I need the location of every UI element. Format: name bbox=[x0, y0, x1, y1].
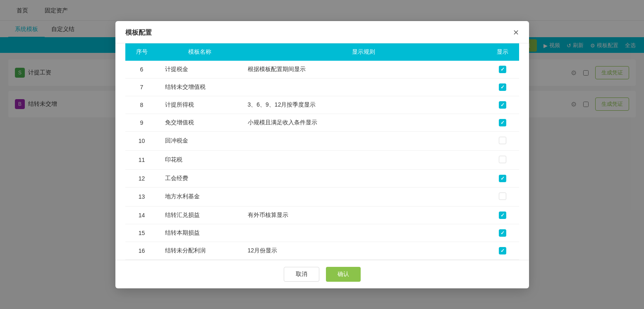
cell-name: 地方水利基金 bbox=[158, 187, 241, 206]
display-checkbox[interactable] bbox=[499, 175, 506, 182]
cell-id: 13 bbox=[125, 187, 158, 206]
cell-name: 结转未交增值税 bbox=[158, 78, 241, 96]
display-checkbox[interactable] bbox=[499, 83, 506, 91]
cell-display bbox=[486, 78, 519, 96]
cell-rule bbox=[241, 224, 486, 242]
cell-rule: 根据模板配置期间显示 bbox=[241, 61, 486, 78]
cancel-button[interactable]: 取消 bbox=[284, 267, 319, 282]
template-config-modal: 模板配置 ✕ 序号 模板名称 显示规则 显示 6计提税金根据模板配置期间显示7结… bbox=[115, 21, 529, 288]
table-row: 6计提税金根据模板配置期间显示 bbox=[125, 61, 519, 78]
cell-name: 工会经费 bbox=[158, 169, 241, 187]
cell-name: 结转未分配利润 bbox=[158, 242, 241, 259]
cell-display bbox=[486, 169, 519, 187]
table-row: 15结转本期损益 bbox=[125, 224, 519, 242]
cell-rule: 12月份显示 bbox=[241, 242, 486, 259]
cell-id: 8 bbox=[125, 96, 158, 114]
cell-id: 15 bbox=[125, 224, 158, 242]
display-checkbox[interactable] bbox=[499, 156, 506, 163]
close-icon[interactable]: ✕ bbox=[513, 29, 519, 36]
cell-rule bbox=[241, 150, 486, 169]
table-header-row: 序号 模板名称 显示规则 显示 bbox=[125, 43, 519, 61]
cell-rule: 小规模且满足收入条件显示 bbox=[241, 114, 486, 131]
display-checkbox[interactable] bbox=[499, 229, 506, 237]
display-checkbox[interactable] bbox=[499, 212, 506, 219]
cell-name: 计提税金 bbox=[158, 61, 241, 78]
modal-title: 模板配置 bbox=[125, 29, 152, 37]
cell-id: 12 bbox=[125, 169, 158, 187]
cell-name: 结转汇兑损益 bbox=[158, 206, 241, 224]
table-row: 11印花税 bbox=[125, 150, 519, 169]
cell-display bbox=[486, 131, 519, 150]
cell-rule bbox=[241, 78, 486, 96]
modal-body: 序号 模板名称 显示规则 显示 6计提税金根据模板配置期间显示7结转未交增值税8… bbox=[115, 43, 529, 260]
table-row: 7结转未交增值税 bbox=[125, 78, 519, 96]
cell-id: 16 bbox=[125, 242, 158, 259]
cell-display bbox=[486, 242, 519, 259]
col-header-rule: 显示规则 bbox=[241, 43, 486, 61]
cell-name: 免交增值税 bbox=[158, 114, 241, 131]
display-checkbox[interactable] bbox=[499, 137, 506, 144]
cell-display bbox=[486, 114, 519, 131]
cell-display bbox=[486, 206, 519, 224]
config-table: 序号 模板名称 显示规则 显示 6计提税金根据模板配置期间显示7结转未交增值税8… bbox=[125, 43, 519, 260]
table-row: 10回冲税金 bbox=[125, 131, 519, 150]
cell-display bbox=[486, 96, 519, 114]
cell-name: 回冲税金 bbox=[158, 131, 241, 150]
display-checkbox[interactable] bbox=[499, 66, 506, 73]
confirm-button[interactable]: 确认 bbox=[326, 267, 361, 282]
modal-header: 模板配置 ✕ bbox=[115, 21, 529, 43]
table-row: 13地方水利基金 bbox=[125, 187, 519, 206]
modal-overlay: 模板配置 ✕ 序号 模板名称 显示规则 显示 6计提税金根据模板配置期间显示7结… bbox=[0, 0, 644, 309]
cell-id: 6 bbox=[125, 61, 158, 78]
col-header-display: 显示 bbox=[486, 43, 519, 61]
cell-id: 9 bbox=[125, 114, 158, 131]
display-checkbox[interactable] bbox=[499, 193, 506, 200]
cell-rule: 有外币核算显示 bbox=[241, 206, 486, 224]
display-checkbox[interactable] bbox=[499, 101, 506, 109]
col-header-id: 序号 bbox=[125, 43, 158, 61]
cell-rule bbox=[241, 187, 486, 206]
cell-id: 10 bbox=[125, 131, 158, 150]
cell-id: 11 bbox=[125, 150, 158, 169]
table-row: 9免交增值税小规模且满足收入条件显示 bbox=[125, 114, 519, 131]
table-row: 14结转汇兑损益有外币核算显示 bbox=[125, 206, 519, 224]
table-row: 8计提所得税3、6、9、12月按季度显示 bbox=[125, 96, 519, 114]
col-header-name: 模板名称 bbox=[158, 43, 241, 61]
table-row: 12工会经费 bbox=[125, 169, 519, 187]
cell-display bbox=[486, 61, 519, 78]
cell-id: 14 bbox=[125, 206, 158, 224]
cell-display bbox=[486, 224, 519, 242]
cell-rule bbox=[241, 169, 486, 187]
cell-name: 结转本期损益 bbox=[158, 224, 241, 242]
cell-display bbox=[486, 150, 519, 169]
display-checkbox[interactable] bbox=[499, 119, 506, 126]
modal-footer: 取消 确认 bbox=[115, 260, 529, 288]
cell-rule bbox=[241, 131, 486, 150]
cell-rule: 3、6、9、12月按季度显示 bbox=[241, 96, 486, 114]
display-checkbox[interactable] bbox=[499, 247, 506, 254]
cell-name: 计提所得税 bbox=[158, 96, 241, 114]
cell-id: 7 bbox=[125, 78, 158, 96]
cell-name: 印花税 bbox=[158, 150, 241, 169]
cell-display bbox=[486, 187, 519, 206]
table-row: 16结转未分配利润12月份显示 bbox=[125, 242, 519, 259]
